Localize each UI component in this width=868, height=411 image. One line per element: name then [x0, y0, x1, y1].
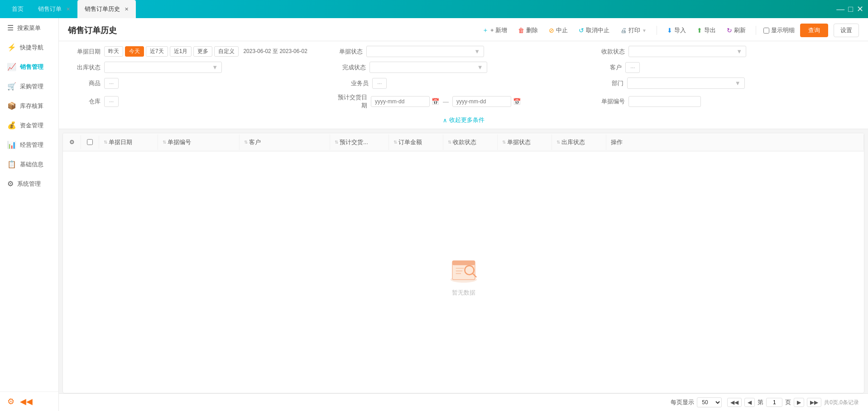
th-date[interactable]: ⇅ 单据日期	[99, 135, 158, 150]
next-page-button[interactable]: ▶	[794, 398, 804, 407]
customer-label: 客户	[603, 63, 625, 72]
page-label: 第	[758, 398, 763, 406]
print-button[interactable]: 🖨 打印 ▼	[618, 24, 649, 36]
import-icon: ⬇	[667, 27, 672, 34]
empty-text: 暂无数据	[452, 289, 475, 297]
page-title: 销售订单历史	[68, 25, 117, 36]
delete-button[interactable]: 🗑 删除	[515, 24, 541, 36]
select-all-checkbox[interactable]	[87, 139, 93, 145]
collapse-up-icon: ∧	[443, 117, 447, 124]
settings-button[interactable]: 设置	[834, 24, 859, 37]
collapse-row[interactable]: ∧ 收起更多条件	[68, 114, 859, 124]
date-filter-control: 昨天 今天 近7天 近1月 更多 自定义 2023-06-02 至 2023-0…	[104, 46, 335, 57]
out-status-select[interactable]: ▼	[104, 62, 222, 73]
date-btn-today[interactable]: 今天	[125, 46, 144, 57]
out-status-arrow: ▼	[212, 64, 218, 71]
tab-sales-history-close[interactable]: ✕	[125, 6, 129, 12]
per-page-label: 每页显示	[671, 398, 694, 406]
delivery-start-input[interactable]	[371, 96, 430, 107]
th-out-status[interactable]: ⇅ 出库状态	[552, 135, 606, 150]
out-status-control: ▼	[104, 62, 338, 73]
tab-sales-order[interactable]: 销售订单 ✕	[31, 0, 77, 18]
delivery-date-label: 预计交货日期	[335, 93, 371, 110]
goods-select[interactable]: ···	[104, 78, 119, 89]
sidebar-settings-icon[interactable]: ⚙	[7, 396, 14, 406]
maximize-button[interactable]: □	[848, 5, 853, 14]
warehouse-select[interactable]: ···	[104, 96, 119, 107]
th-pay-status[interactable]: ⇅ 收款状态	[443, 135, 498, 150]
page-size-select[interactable]: 10 20 50 100	[697, 397, 722, 407]
tab-sales-order-close[interactable]: ✕	[66, 6, 70, 12]
main-layout: ☰ 搜索菜单 ⚡ 快捷导航 📈 销售管理 🛒 采购管理 📦 库存核算 💰 资金管…	[0, 18, 868, 411]
complete-status-select[interactable]: ▼	[369, 62, 487, 73]
tab-home[interactable]: 首页	[5, 0, 31, 18]
th-customer[interactable]: ⇅ 客户	[240, 135, 330, 150]
order-no-input[interactable]	[628, 96, 701, 107]
sidebar-bottom: ⚙ ◀◀	[0, 392, 58, 411]
show-detail-checkbox[interactable]: 显示明细	[763, 26, 795, 34]
collapse-label: 收起更多条件	[449, 116, 484, 124]
th-checkbox[interactable]	[81, 135, 99, 149]
order-status-select[interactable]: ▼	[366, 46, 484, 57]
th-order-status[interactable]: ⇅ 单据状态	[498, 135, 552, 150]
receipt-status-select[interactable]: ▼	[628, 46, 746, 57]
sidebar-item-fund-mgmt[interactable]: 💰 资金管理	[0, 116, 58, 135]
sidebar-item-ops-mgmt[interactable]: 📊 经营管理	[0, 135, 58, 155]
date-btn-more[interactable]: 更多	[193, 46, 212, 57]
export-button[interactable]: ⬆ 导出	[694, 24, 719, 36]
sidebar-item-sales-mgmt[interactable]: 📈 销售管理	[0, 57, 58, 77]
th-operation: 操作	[606, 135, 864, 150]
empty-state: 暂无数据	[63, 151, 864, 393]
last-page-button[interactable]: ▶▶	[807, 398, 821, 407]
sidebar-item-system-mgmt[interactable]: ⚙ 系统管理	[0, 174, 58, 193]
sidebar-item-base-info[interactable]: 📋 基础信息	[0, 155, 58, 174]
refresh-icon: ↻	[727, 27, 732, 34]
date-btn-custom[interactable]: 自定义	[214, 46, 239, 57]
sidebar-item-purchase-mgmt[interactable]: 🛒 采购管理	[0, 77, 58, 96]
th-settings[interactable]: ⚙	[63, 135, 81, 149]
th-delivery[interactable]: ⇅ 预计交货...	[330, 135, 389, 150]
close-button[interactable]: ✕	[857, 4, 863, 14]
department-select[interactable]: ▼	[627, 77, 745, 89]
first-page-button[interactable]: ◀◀	[727, 398, 742, 407]
query-button[interactable]: 查询	[800, 24, 828, 37]
delete-icon: 🗑	[518, 27, 524, 34]
import-button[interactable]: ⬇ 导入	[664, 24, 689, 36]
date-btn-yesterday[interactable]: 昨天	[104, 46, 123, 57]
new-button[interactable]: ＋ + 新增	[480, 24, 510, 36]
date-btn-1month[interactable]: 近1月	[170, 46, 192, 57]
date-btn-7days[interactable]: 近7天	[146, 46, 168, 57]
page-number-input[interactable]	[766, 398, 782, 407]
prev-page-button[interactable]: ◀	[744, 398, 755, 407]
order-status-arrow: ▼	[474, 48, 480, 55]
th-order-no[interactable]: ⇅ 单据编号	[158, 135, 240, 150]
quick-nav-icon: ⚡	[7, 43, 16, 52]
minimize-button[interactable]: —	[836, 5, 844, 14]
calendar-start-icon[interactable]: 📅	[432, 98, 439, 105]
sort-out-status-icon: ⇅	[556, 140, 560, 145]
sort-amount-icon: ⇅	[393, 140, 397, 145]
sort-order-no-icon: ⇅	[163, 140, 166, 145]
department-control: ▼	[627, 77, 859, 89]
stop-button[interactable]: ⊘ 中止	[546, 24, 571, 36]
customer-select[interactable]: ···	[625, 62, 640, 73]
sidebar-item-quick-nav[interactable]: ⚡ 快捷导航	[0, 38, 58, 57]
empty-illustration	[441, 248, 486, 289]
refresh-button[interactable]: ↻ 刷新	[724, 24, 748, 36]
cancel-stop-button[interactable]: ↺ 取消中止	[576, 24, 612, 36]
sidebar-item-inventory-mgmt[interactable]: 📦 库存核算	[0, 96, 58, 116]
salesperson-control: ···	[372, 78, 604, 89]
plus-icon: ＋	[482, 26, 489, 34]
calendar-end-icon[interactable]: 📅	[513, 98, 521, 105]
sidebar: ☰ 搜索菜单 ⚡ 快捷导航 📈 销售管理 🛒 采购管理 📦 库存核算 💰 资金管…	[0, 18, 59, 411]
search-icon: ☰	[7, 24, 14, 32]
show-detail-input[interactable]	[763, 28, 769, 34]
sidebar-item-search-menu[interactable]: ☰ 搜索菜单	[0, 18, 58, 38]
sidebar-collapse-icon[interactable]: ◀◀	[20, 396, 33, 406]
delivery-end-input[interactable]	[452, 96, 511, 107]
th-amount[interactable]: ⇅ 订单金额	[389, 135, 443, 150]
settings-gear-icon: ⚙	[69, 139, 75, 145]
salesperson-select[interactable]: ···	[372, 78, 387, 89]
tab-sales-history[interactable]: 销售订单历史 ✕	[77, 0, 136, 18]
complete-status-label: 完成状态	[338, 63, 369, 72]
